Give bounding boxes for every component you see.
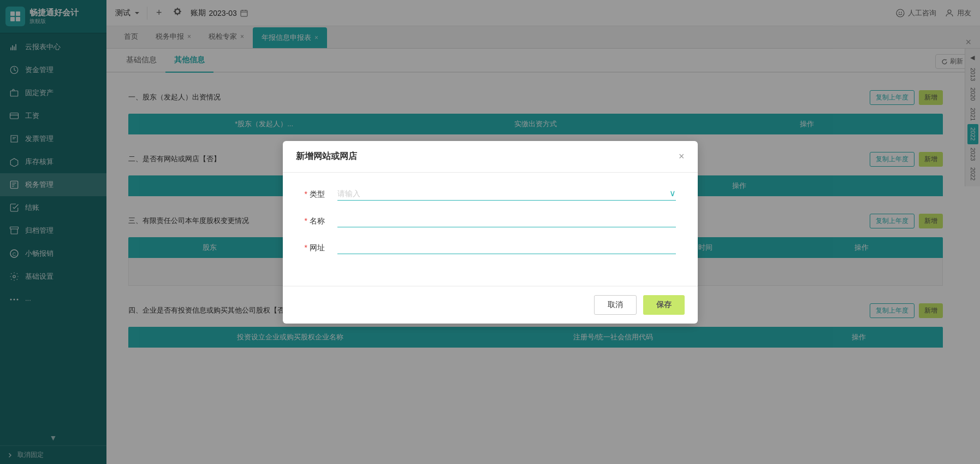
form-field-name: * 名称 [305,216,676,227]
url-label: * 网址 [305,243,332,253]
type-dropdown-arrow[interactable]: ∨ [669,188,676,198]
name-input[interactable] [337,216,676,225]
url-input-wrapper[interactable] [337,243,676,254]
modal-header: 新增网站或网店 × [283,141,698,173]
modal-overlay: 新增网站或网店 × * 类型 ∨ * 名称 [0,0,980,464]
type-input[interactable] [337,189,676,198]
modal-body: * 类型 ∨ * 名称 * [283,173,698,286]
type-input-wrapper[interactable]: ∨ [337,189,676,201]
cancel-button[interactable]: 取消 [594,295,637,315]
name-label: * 名称 [305,216,332,226]
url-input[interactable] [337,243,676,251]
form-field-url: * 网址 [305,243,676,254]
name-input-wrapper[interactable] [337,216,676,227]
save-button[interactable]: 保存 [643,295,685,315]
form-field-type: * 类型 ∨ [305,189,676,201]
modal-add-website: 新增网站或网店 × * 类型 ∨ * 名称 [283,141,698,324]
type-label: * 类型 [305,190,332,199]
modal-footer: 取消 保存 [283,286,698,324]
modal-close-button[interactable]: × [679,151,685,162]
modal-title: 新增网站或网店 [296,151,357,162]
